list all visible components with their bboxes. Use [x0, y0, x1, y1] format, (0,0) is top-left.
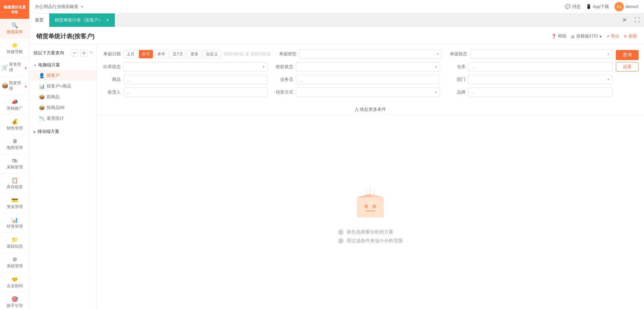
- brand-label: 品牌: [447, 89, 466, 95]
- window-close-btn[interactable]: ✕: [618, 17, 631, 23]
- scheme-item-goods99[interactable]: 📦 按商品99: [30, 102, 96, 113]
- export-label: 导出: [611, 33, 620, 39]
- sidebar-item-operation[interactable]: 📊经营管理: [0, 213, 29, 233]
- sidebar-item-purchase[interactable]: 🛍采购管理: [0, 154, 29, 174]
- sidebar-label-system: 系统管理: [7, 263, 23, 269]
- logo-text: 畅捷通好生意: [4, 5, 26, 9]
- sidebar-label-purchase: 采购管理: [7, 164, 23, 170]
- sidebar-item-wholesale[interactable]: 📦批发管理▲: [0, 77, 29, 95]
- out-status-select[interactable]: ▾: [123, 62, 268, 71]
- scheme-group-mobile-title[interactable]: ▶ 移动端方案: [30, 126, 96, 137]
- scheme-edit-btn[interactable]: ⊙: [80, 49, 88, 57]
- window-fullscreen-btn[interactable]: ⛶: [631, 17, 644, 23]
- scheme-item-by-customer[interactable]: 👤 按客户: [30, 70, 96, 81]
- sidebar-label-finance: 资金管理: [7, 204, 23, 210]
- empty-tips: 1 请先选择要分析的方案 2 用过滤条件来缩小分析范围: [338, 229, 403, 247]
- refresh-btn[interactable]: ↻ 刷新: [624, 33, 637, 39]
- brand-dots: …: [471, 90, 476, 95]
- export-btn[interactable]: ↗ 导出: [606, 33, 620, 39]
- sidebar-label-sales: 销售管理: [7, 125, 23, 131]
- scheme-item-label-return: 退货统计: [47, 115, 64, 121]
- help-btn[interactable]: ❓ 帮助: [551, 33, 567, 39]
- bill-status-select[interactable]: ▾: [470, 49, 612, 59]
- sidebar-item-search[interactable]: 🔍搜索菜单: [0, 19, 29, 39]
- print-btn[interactable]: 🖨 按模板打印 ▾: [571, 33, 602, 39]
- basic-icon: 📁: [11, 237, 18, 243]
- date-btn-custom[interactable]: 自定义: [203, 50, 221, 58]
- user-area[interactable]: Ea demo2: [614, 2, 639, 11]
- bill-type-select[interactable]: ▾: [299, 49, 442, 59]
- goods-select[interactable]: …: [123, 75, 268, 84]
- dept-select[interactable]: ▾: [468, 75, 612, 84]
- inventory-icon: 📋: [11, 177, 18, 184]
- expand-arrow-wholesale: ▲: [24, 84, 28, 88]
- scheme-add-btn[interactable]: +: [71, 49, 78, 57]
- scheme-group-desktop-title[interactable]: ▼ 电脑端方案: [30, 60, 96, 70]
- out-status-arrow: ▾: [263, 65, 265, 69]
- sidebar-item-quick-nav[interactable]: ⭐快捷导航: [0, 39, 29, 58]
- message-btn[interactable]: 💬 消息: [565, 4, 581, 10]
- user-avatar: Ea: [614, 2, 624, 11]
- sidebar-label-inventory: 库存核算: [7, 184, 23, 190]
- svg-line-7: [366, 189, 367, 195]
- collect-status-select[interactable]: ▾: [296, 62, 440, 71]
- brand-select[interactable]: …: [468, 88, 612, 97]
- logo: 畅捷通好生意 标版: [0, 0, 29, 19]
- breadcrumb-arrow: ▾: [81, 4, 83, 9]
- page-actions: ❓ 帮助 🖨 按模板打印 ▾ ↗ 导出 ↻ 刷新: [551, 33, 637, 39]
- date-btn-this-year[interactable]: 本年: [154, 50, 168, 58]
- tab-sales-stat[interactable]: 销货单统计表（按客户） ✕: [49, 13, 115, 27]
- dept-arrow: ▾: [607, 78, 609, 82]
- marketing-icon: 📣: [11, 99, 18, 105]
- tab-close-icon[interactable]: ✕: [106, 18, 109, 22]
- sidebar-item-system[interactable]: ⚙系统管理: [0, 253, 29, 273]
- scheme-item-return[interactable]: 📉 退货统计: [30, 113, 96, 124]
- sidebar-item-retail[interactable]: 🛒零售管理▲: [0, 58, 29, 77]
- settlement-select[interactable]: ▾: [296, 88, 440, 97]
- settings-button[interactable]: 设置: [616, 62, 639, 71]
- sidebar-item-inventory[interactable]: 📋库存核算: [0, 174, 29, 194]
- scheme-tools: + ⊙ «: [71, 49, 92, 57]
- scheme-collapse-btn[interactable]: «: [90, 49, 92, 57]
- tab-home[interactable]: 首页: [30, 13, 49, 27]
- bill-status-label: 单据状态: [448, 51, 467, 57]
- top-header: 办公用品行业模拟账套 ▾ 💬 消息 📱 App下载 Ea demo2: [30, 0, 644, 13]
- svg-point-5: [372, 204, 376, 208]
- bill-type-arrow: ▾: [437, 52, 439, 56]
- query-button[interactable]: 查询: [616, 50, 639, 60]
- settlement-arrow: ▾: [435, 90, 437, 95]
- collect-status-label: 收款状态: [274, 64, 293, 70]
- scheme-item-customer-goods[interactable]: 📊 按客户+商品: [30, 81, 96, 92]
- app-download-btn[interactable]: 📱 App下载: [586, 4, 609, 10]
- sidebar-item-marketing[interactable]: 📣营销推广: [0, 95, 29, 115]
- empty-illustration: [348, 179, 392, 222]
- scheme-item-goods[interactable]: 📦 按商品: [30, 92, 96, 102]
- print-arrow: ▾: [599, 34, 602, 39]
- scheme-group-mobile: ▶ 移动端方案: [30, 125, 96, 138]
- recipient-select[interactable]: …: [123, 88, 268, 97]
- sidebar-item-enterprise[interactable]: 🤝企业协同: [0, 273, 29, 293]
- svg-marker-2: [370, 194, 384, 197]
- mobile-group-icon: ▶: [34, 130, 36, 134]
- warehouse-label: 仓库: [447, 64, 466, 70]
- collapse-more-btn[interactable]: ⋀ 收起更多条件: [102, 104, 639, 115]
- sidebar-item-basic[interactable]: 📁基础信息: [0, 233, 29, 253]
- goods-dots: …: [126, 77, 131, 82]
- enterprise-icon: 🤝: [11, 276, 18, 282]
- sidebar-label-operation: 经营管理: [7, 224, 23, 229]
- sidebar-item-finance[interactable]: 💳资金管理: [0, 194, 29, 213]
- date-btn-more[interactable]: 更多: [187, 50, 202, 58]
- sidebar-item-ecommerce[interactable]: 🖥电商管理: [0, 135, 29, 154]
- breadcrumb-area: 办公用品行业模拟账套 ▾: [35, 4, 83, 10]
- date-btn-7days[interactable]: 近7天: [170, 50, 186, 58]
- expand-arrow-retail: ▲: [24, 66, 28, 69]
- refresh-icon: ↻: [624, 34, 627, 39]
- sidebar-item-newbie[interactable]: 🎯新手引导: [0, 293, 29, 310]
- date-btn-this-month[interactable]: 本月: [139, 50, 153, 58]
- date-btn-last-month[interactable]: 上月: [123, 50, 138, 58]
- ecommerce-icon: 🖥: [12, 138, 17, 144]
- sidebar-item-sales[interactable]: 💰销售管理: [0, 115, 29, 135]
- warehouse-select[interactable]: …: [468, 62, 612, 71]
- operation-icon: 📊: [11, 217, 18, 223]
- salesperson-select[interactable]: …: [296, 75, 440, 84]
